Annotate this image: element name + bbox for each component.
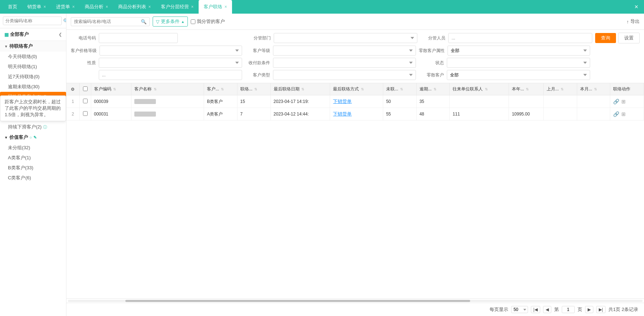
horizontal-scrollbar[interactable] xyxy=(66,298,644,303)
row1-action-link-icon[interactable]: 🔗 xyxy=(613,99,619,104)
settings-button[interactable]: 设置 xyxy=(618,33,640,43)
filter-field-payment: 收付款条件 xyxy=(245,58,416,68)
filter-field-retail-customer: 零散客户 全部 xyxy=(419,70,590,80)
filter-select-nature[interactable] xyxy=(99,58,242,68)
nav-home[interactable]: 首页 xyxy=(3,0,22,14)
filter-field-dept: 分管部门 xyxy=(246,33,418,43)
row1-action-grid-icon[interactable]: ⊞ xyxy=(621,99,626,104)
edit2-icon-value-customers[interactable]: ✎ xyxy=(33,135,37,140)
page-size-select[interactable]: 50 20 100 xyxy=(511,306,528,313)
nav-customer-tier[interactable]: 客户分层经营 × xyxy=(156,0,199,14)
row2-checkbox[interactable] xyxy=(83,111,88,116)
th-last-contact-date[interactable]: 最后联络日期 ⇅ xyxy=(270,83,330,95)
nav-product-analysis-close[interactable]: × xyxy=(106,4,108,9)
filter-label-nature: 性质 xyxy=(71,60,96,66)
edit-icon-value-customers[interactable]: ○ xyxy=(29,135,32,140)
value-customers-arrow-icon: ▼ xyxy=(4,136,8,140)
sort-icon-last-date: ⇅ xyxy=(301,87,304,91)
toolbar-search-icon[interactable]: 🔍 xyxy=(141,19,147,24)
filter-select-status[interactable] xyxy=(447,58,590,68)
row2-num: 2 xyxy=(66,108,79,121)
th-unlisted[interactable]: 未联... ⇅ xyxy=(383,83,416,95)
sidebar-item-tomorrow-pending[interactable]: 明天待联络(1) xyxy=(0,62,66,72)
nav-product-analysis-list[interactable]: 商品分析列表 × xyxy=(113,0,156,14)
sidebar-item-class-b[interactable]: B类客户(33) xyxy=(0,163,66,173)
sidebar-collapse-icon[interactable]: ❮ xyxy=(59,32,62,37)
th-this-month[interactable]: 本月... ⇅ xyxy=(577,83,610,95)
nav-product-analysis[interactable]: 商品分析 × xyxy=(80,0,113,14)
sidebar-item-class-c[interactable]: C类客户(6) xyxy=(0,173,66,183)
row1-last-date: 2023-04-17 14:19: xyxy=(270,95,330,108)
filter-row-1: 电话号码 分管部门 分管人员 查询 设置 xyxy=(71,33,640,43)
nav-customer-contact[interactable]: 客户联络 × xyxy=(199,0,232,14)
sidebar-group-pending: ▼ 待联络客户 今天待联络(0) 明天待联络(1) 近7天待联络(0) 逾期未联… xyxy=(0,41,66,92)
sidebar-item-declining[interactable]: 持续下滑客户(2) ⓘ xyxy=(0,122,66,132)
sort-icon-contact-person: ⇅ xyxy=(485,87,488,91)
row1-checkbox[interactable] xyxy=(83,99,88,103)
filter-select-dept[interactable] xyxy=(274,33,418,43)
th-contact-count[interactable]: 联络... ⇅ xyxy=(237,83,270,95)
nav-right: × xyxy=(631,3,641,11)
sidebar-group-pending-header[interactable]: ▼ 待联络客户 xyxy=(0,41,66,52)
row1-last-method-link[interactable]: 下销货单 xyxy=(333,99,352,104)
th-customer-name[interactable]: 客户名称 ⇅ xyxy=(131,83,204,95)
sidebar-item-overdue-pending[interactable]: 逾期未联络(30) xyxy=(0,82,66,92)
nav-purchase-order-close[interactable]: × xyxy=(72,4,75,9)
sidebar-search-icon[interactable]: 🔍 xyxy=(63,18,66,24)
pending-arrow-icon: ▼ xyxy=(4,44,8,48)
row2-action-link-icon[interactable]: 🔗 xyxy=(613,111,619,117)
first-page-button[interactable]: |◀ xyxy=(531,306,540,313)
filter-icon: ▽ xyxy=(156,19,159,24)
select-all-checkbox[interactable] xyxy=(83,86,88,91)
nav-sales-order-close[interactable]: × xyxy=(43,4,46,9)
th-last-month[interactable]: 上月... ⇅ xyxy=(543,83,577,95)
sidebar-item-class-a[interactable]: A类客户(1) xyxy=(0,153,66,163)
filter-input-phone[interactable] xyxy=(99,33,178,43)
query-button[interactable]: 查询 xyxy=(595,33,616,43)
row2-action-grid-icon[interactable]: ⊞ xyxy=(621,111,626,117)
filter-input-extra[interactable] xyxy=(99,70,242,80)
row2-last-month xyxy=(543,108,577,121)
nav-product-analysis-list-close[interactable]: × xyxy=(148,4,151,9)
sidebar-item-7day-pending[interactable]: 近7天待联络(0) xyxy=(0,72,66,82)
export-button[interactable]: ↑ 导出 xyxy=(627,18,640,25)
sidebar-all-customers-header[interactable]: ▦ 全部客户 ❮ xyxy=(0,28,66,41)
sidebar-value-customers-header[interactable]: ▼ 价值客户 ○ ✎ xyxy=(0,132,66,143)
customers-table: ⚙ 客户编码 ⇅ 客户名称 ⇅ 客户... ⇅ 联络... ⇅ 最后联络日期 ⇅… xyxy=(66,83,644,121)
filter-select-customer-type[interactable] xyxy=(273,70,416,80)
nav-purchase-order[interactable]: 进货单 × xyxy=(51,0,80,14)
th-overdue[interactable]: 逾期... ⇅ xyxy=(416,83,450,95)
th-contact-person[interactable]: 往来单位联系人 ⇅ xyxy=(450,83,509,95)
filter-input-person[interactable] xyxy=(448,33,592,43)
scroll-thumb[interactable] xyxy=(125,300,470,302)
nav-customer-contact-close[interactable]: × xyxy=(224,4,227,9)
sidebar-item-unclassified[interactable]: 未分组(32) xyxy=(0,143,66,153)
next-page-button[interactable]: ▶ xyxy=(585,306,593,313)
last-page-button[interactable]: ▶| xyxy=(596,306,606,313)
filter-select-customer-level[interactable] xyxy=(273,46,416,56)
th-this-year[interactable]: 本年... ⇅ xyxy=(509,83,544,95)
my-customer-checkbox[interactable] xyxy=(191,19,195,24)
row2-last-method-link[interactable]: 下销货单 xyxy=(333,111,352,117)
page-number-input[interactable] xyxy=(562,306,575,313)
toolbar: 🔍 ▽ 更多条件 ▲ 我分管的客户 ↑ 导出 xyxy=(66,14,644,30)
th-customer-code[interactable]: 客户编码 ⇅ xyxy=(91,83,131,95)
filter-select-price-level[interactable] xyxy=(99,46,242,56)
pagination: 每页显示 50 20 100 |◀ ◀ 第 页 ▶ ▶| 共1页 2条记录 xyxy=(66,303,644,316)
row2-unlisted: 55 xyxy=(383,108,416,121)
nav-sales-order[interactable]: 销货单 × xyxy=(22,0,51,14)
sidebar-item-today-pending[interactable]: 今天待联络(0) xyxy=(0,52,66,62)
toolbar-search-input[interactable] xyxy=(74,19,141,24)
prev-page-button[interactable]: ◀ xyxy=(543,306,551,313)
nav-customer-tier-close[interactable]: × xyxy=(191,4,194,9)
filter-select-retail-attr[interactable]: 全部 xyxy=(448,46,590,56)
close-window-button[interactable]: × xyxy=(631,3,641,11)
row2-name xyxy=(131,108,204,121)
sidebar-search-input[interactable] xyxy=(3,16,62,25)
filter-select-retail-customer[interactable]: 全部 xyxy=(447,70,590,80)
th-settings[interactable]: ⚙ xyxy=(66,83,79,95)
th-last-contact-method[interactable]: 最后联络方式 ⇅ xyxy=(330,83,383,95)
more-conditions-button[interactable]: ▽ 更多条件 ▲ xyxy=(153,16,188,27)
th-customer-type[interactable]: 客户... ⇅ xyxy=(204,83,237,95)
filter-select-payment[interactable] xyxy=(273,58,416,68)
